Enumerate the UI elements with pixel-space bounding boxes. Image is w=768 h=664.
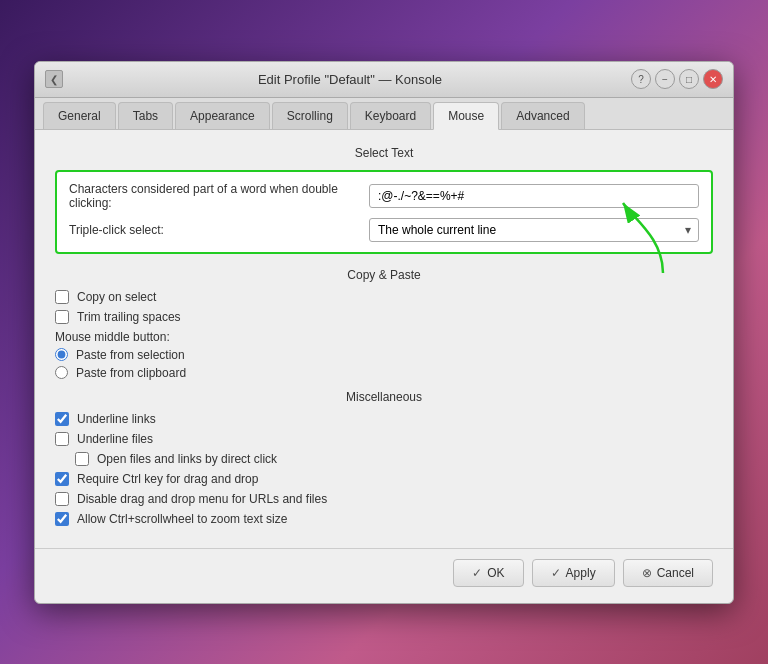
triple-click-label: Triple-click select:: [69, 223, 369, 237]
copy-on-select-label: Copy on select: [77, 290, 156, 304]
edit-profile-dialog: ❮ Edit Profile "Default" — Konsole ? − □…: [34, 61, 734, 604]
cancel-button[interactable]: ⊗ Cancel: [623, 559, 713, 587]
allow-scroll-checkbox[interactable]: [55, 512, 69, 526]
titlebar-controls: ? − □ ✕: [631, 69, 723, 89]
require-ctrl-checkbox[interactable]: [55, 472, 69, 486]
paste-clipboard-row: Paste from clipboard: [55, 366, 713, 380]
dialog-footer: ✓ OK ✓ Apply ⊗ Cancel: [35, 548, 733, 603]
paste-clipboard-label: Paste from clipboard: [76, 366, 186, 380]
underline-files-row: Underline files: [55, 432, 713, 446]
chevron-left-icon: ❮: [50, 74, 58, 85]
cancel-icon: ⊗: [642, 566, 652, 580]
tab-advanced[interactable]: Advanced: [501, 102, 584, 129]
tab-appearance[interactable]: Appearance: [175, 102, 270, 129]
disable-drag-checkbox[interactable]: [55, 492, 69, 506]
ok-button[interactable]: ✓ OK: [453, 559, 523, 587]
content-area: Select Text Characters considered part o…: [35, 130, 733, 548]
allow-scroll-label: Allow Ctrl+scrollwheel to zoom text size: [77, 512, 287, 526]
disable-drag-label: Disable drag and drop menu for URLs and …: [77, 492, 327, 506]
tab-mouse[interactable]: Mouse: [433, 102, 499, 130]
underline-files-checkbox[interactable]: [55, 432, 69, 446]
trim-trailing-row: Trim trailing spaces: [55, 310, 713, 324]
ok-label: OK: [487, 566, 504, 580]
ok-check-icon: ✓: [472, 566, 482, 580]
dialog-title: Edit Profile "Default" — Konsole: [69, 72, 631, 87]
open-files-row: Open files and links by direct click: [75, 452, 713, 466]
tab-general[interactable]: General: [43, 102, 116, 129]
help-button[interactable]: ?: [631, 69, 651, 89]
underline-links-label: Underline links: [77, 412, 156, 426]
underline-links-checkbox[interactable]: [55, 412, 69, 426]
select-text-section-label: Select Text: [55, 146, 713, 160]
trim-trailing-label: Trim trailing spaces: [77, 310, 181, 324]
apply-button[interactable]: ✓ Apply: [532, 559, 615, 587]
copy-on-select-checkbox[interactable]: [55, 290, 69, 304]
word-chars-label: Characters considered part of a word whe…: [69, 182, 369, 210]
misc-section-label: Miscellaneous: [55, 390, 713, 404]
open-files-label: Open files and links by direct click: [97, 452, 277, 466]
require-ctrl-row: Require Ctrl key for drag and drop: [55, 472, 713, 486]
copy-on-select-row: Copy on select: [55, 290, 713, 304]
underline-files-label: Underline files: [77, 432, 153, 446]
cancel-label: Cancel: [657, 566, 694, 580]
mouse-middle-label: Mouse middle button:: [55, 330, 713, 344]
close-button[interactable]: ✕: [703, 69, 723, 89]
paste-selection-row: Paste from selection: [55, 348, 713, 362]
annotation-arrow-svg: [573, 198, 693, 278]
require-ctrl-label: Require Ctrl key for drag and drop: [77, 472, 258, 486]
open-files-checkbox[interactable]: [75, 452, 89, 466]
maximize-button[interactable]: □: [679, 69, 699, 89]
underline-links-row: Underline links: [55, 412, 713, 426]
apply-check-icon: ✓: [551, 566, 561, 580]
tab-scrolling[interactable]: Scrolling: [272, 102, 348, 129]
tab-keyboard[interactable]: Keyboard: [350, 102, 431, 129]
titlebar: ❮ Edit Profile "Default" — Konsole ? − □…: [35, 62, 733, 98]
allow-scroll-row: Allow Ctrl+scrollwheel to zoom text size: [55, 512, 713, 526]
titlebar-left-button[interactable]: ❮: [45, 70, 63, 88]
tab-tabs[interactable]: Tabs: [118, 102, 173, 129]
apply-label: Apply: [566, 566, 596, 580]
disable-drag-row: Disable drag and drop menu for URLs and …: [55, 492, 713, 506]
trim-trailing-checkbox[interactable]: [55, 310, 69, 324]
minimize-button[interactable]: −: [655, 69, 675, 89]
tab-bar: General Tabs Appearance Scrolling Keyboa…: [35, 98, 733, 130]
paste-selection-radio[interactable]: [55, 348, 68, 361]
paste-selection-label: Paste from selection: [76, 348, 185, 362]
paste-clipboard-radio[interactable]: [55, 366, 68, 379]
